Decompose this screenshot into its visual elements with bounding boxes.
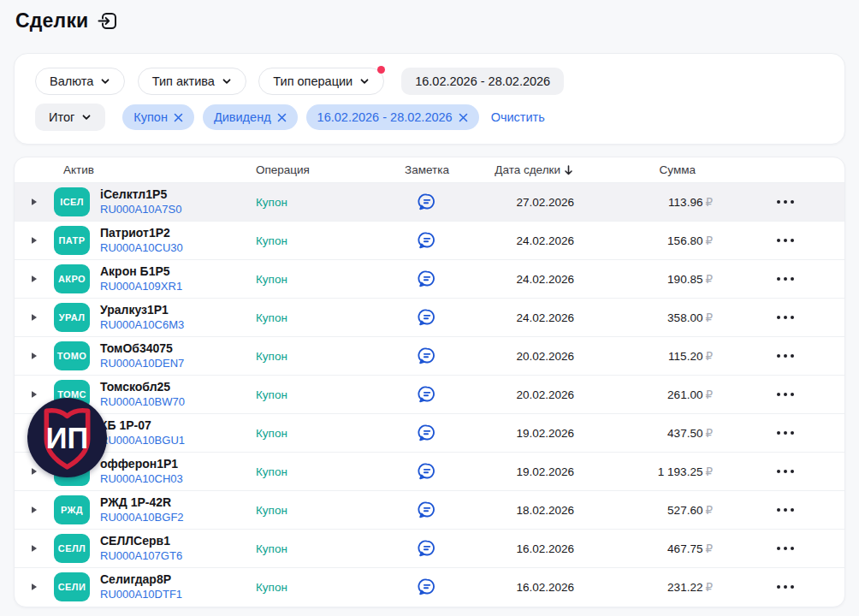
expand-chevron-icon[interactable] (32, 237, 37, 244)
asset-isin-link[interactable]: RU000A107GT6 (100, 549, 182, 563)
note-comment-icon[interactable] (418, 385, 436, 404)
remove-chip-icon[interactable] (459, 113, 468, 122)
column-header-date[interactable]: Дата сделки (495, 163, 589, 176)
note-cell[interactable] (418, 462, 436, 481)
asset-isin-link[interactable]: RU000A10BW70 (100, 395, 185, 409)
asset-cell[interactable]: ICEЛ iСелктл1Р5 RU000A10A7S0 (54, 187, 256, 217)
note-cell[interactable] (418, 578, 436, 596)
note-comment-icon[interactable] (418, 231, 436, 250)
table-row[interactable]: РЖД РЖД 1Р-42R RU000A10BGF2 Купон 18.02.… (15, 490, 844, 529)
asset-isin-link[interactable]: RU000A109XR1 (100, 280, 182, 293)
note-cell[interactable] (418, 424, 436, 442)
filter-dropdown-button[interactable]: Тип операции (258, 68, 384, 95)
expand-chevron-icon[interactable] (32, 583, 37, 590)
deal-amount: 113.96₽ (668, 195, 726, 209)
asset-isin-link[interactable]: RU000A10A7S0 (100, 203, 181, 216)
open-external-icon[interactable] (97, 9, 120, 33)
table-body: ICEЛ iСелктл1Р5 RU000A10A7S0 Купон 27.02… (15, 182, 844, 606)
chevron-down-icon (359, 76, 370, 86)
table-row[interactable]: ТОМО ТомОб34075 RU000A10DEN7 Купон 20.02… (15, 336, 844, 375)
note-cell[interactable] (418, 346, 436, 365)
note-comment-icon[interactable] (418, 500, 436, 519)
table-row[interactable]: УРАЛ Уралкуз1Р1 RU000A10C6M3 Купон 24.02… (15, 298, 844, 336)
note-cell[interactable] (418, 500, 436, 519)
remove-chip-icon[interactable] (277, 113, 287, 122)
row-menu-button[interactable] (775, 311, 796, 324)
clear-filters-link[interactable]: Очистить (491, 110, 545, 124)
asset-isin-link[interactable]: RU000A10BGU1 (100, 434, 185, 447)
expand-chevron-icon[interactable] (32, 314, 37, 321)
row-menu-button[interactable] (775, 503, 796, 517)
asset-text: Патриот1Р2 RU000A10CU30 (100, 226, 183, 256)
note-comment-icon[interactable] (418, 462, 436, 481)
asset-cell[interactable]: АКРО Акрон Б1Р5 RU000A109XR1 (54, 264, 256, 294)
filter-chip[interactable]: 16.02.2026 - 28.02.2026 (306, 104, 479, 130)
asset-cell[interactable]: СЕЛИ Селигдар8Р RU000A10DTF1 (54, 572, 256, 602)
filter-dropdown-button[interactable]: Тип актива (138, 68, 246, 95)
filters-row-primary: Валюта Тип актива Тип операции 16.02.202… (35, 68, 844, 95)
total-dropdown-button[interactable]: Итог (35, 104, 105, 131)
asset-cell[interactable]: ТОМО ТомОб34075 RU000A10DEN7 (54, 341, 256, 371)
asset-text: Томскобл25 RU000A10BW70 (100, 380, 185, 410)
asset-isin-link[interactable]: RU000A10CU30 (100, 241, 183, 255)
expand-chevron-icon[interactable] (32, 545, 37, 552)
deal-date: 19.02.2026 (516, 427, 589, 440)
expand-chevron-icon[interactable] (32, 391, 37, 398)
expand-chevron-icon[interactable] (32, 198, 37, 205)
asset-cell[interactable]: УРАЛ Уралкуз1Р1 RU000A10C6M3 (54, 303, 256, 333)
note-cell[interactable] (418, 308, 436, 327)
expand-chevron-icon[interactable] (32, 506, 37, 513)
row-menu-button[interactable] (775, 465, 796, 478)
deal-date: 19.02.2026 (516, 465, 589, 478)
row-menu-button[interactable] (775, 349, 796, 363)
table-row[interactable]: СЕЛЛ СЕЛЛСерв1 RU000A107GT6 Купон 16.02.… (15, 529, 844, 567)
note-comment-icon[interactable] (418, 346, 436, 365)
note-cell[interactable] (418, 539, 436, 558)
asset-isin-link[interactable]: RU000A10DTF1 (100, 588, 182, 601)
row-menu-button[interactable] (775, 542, 796, 555)
note-cell[interactable] (418, 231, 436, 250)
operation-type: Купон (256, 504, 367, 517)
currency-symbol: ₽ (705, 196, 713, 209)
note-cell[interactable] (418, 385, 436, 404)
note-comment-icon[interactable] (418, 539, 436, 558)
asset-cell[interactable]: ПАТР Патриот1Р2 RU000A10CU30 (54, 226, 256, 256)
remove-chip-icon[interactable] (174, 113, 183, 122)
row-menu-button[interactable] (775, 195, 796, 209)
date-range-button[interactable]: 16.02.2026 - 28.02.2026 (401, 68, 564, 95)
expand-chevron-icon[interactable] (32, 275, 37, 282)
asset-isin-link[interactable]: RU000A10BGF2 (100, 511, 184, 524)
note-comment-icon[interactable] (418, 308, 436, 327)
note-comment-icon[interactable] (418, 192, 436, 211)
asset-isin-link[interactable]: RU000A10C6M3 (100, 318, 184, 332)
row-menu-button[interactable] (775, 234, 796, 247)
row-menu-button[interactable] (775, 580, 796, 594)
deal-date: 16.02.2026 (516, 581, 589, 594)
table-row[interactable]: ТОМС Томскобл25 RU000A10BW70 Купон 20.02… (15, 375, 844, 413)
filter-chip[interactable]: Дивиденд (203, 104, 298, 130)
asset-name: КБ 1Р-07 (100, 418, 185, 434)
row-menu-button[interactable] (775, 426, 796, 440)
table-row[interactable]: АКРО Акрон Б1Р5 RU000A109XR1 Купон 24.02… (15, 259, 844, 298)
table-row[interactable]: ПАТР Патриот1Р2 RU000A10CU30 Купон 24.02… (15, 221, 844, 259)
row-menu-button[interactable] (775, 272, 796, 286)
row-menu-button[interactable] (775, 388, 796, 401)
filter-dropdown-button[interactable]: Валюта (35, 68, 125, 95)
column-header-asset: Актив (54, 163, 256, 176)
note-comment-icon[interactable] (418, 270, 436, 288)
note-cell[interactable] (418, 270, 436, 288)
asset-isin-link[interactable]: RU000A10DEN7 (100, 357, 184, 370)
table-row[interactable]: офферон1Р1 RU000A10CH03 Купон 19.02.2026… (15, 452, 844, 490)
note-cell[interactable] (418, 192, 436, 211)
note-comment-icon[interactable] (418, 424, 436, 442)
asset-cell[interactable]: СЕЛЛ СЕЛЛСерв1 RU000A107GT6 (54, 534, 256, 564)
filter-chip[interactable]: Купон (122, 104, 194, 130)
deal-date: 27.02.2026 (516, 196, 589, 209)
expand-chevron-icon[interactable] (32, 352, 37, 359)
table-row[interactable]: ICEЛ iСелктл1Р5 RU000A10A7S0 Купон 27.02… (15, 182, 844, 221)
asset-cell[interactable]: РЖД РЖД 1Р-42R RU000A10BGF2 (54, 495, 256, 525)
asset-isin-link[interactable]: RU000A10CH03 (100, 472, 183, 486)
table-row[interactable]: КБ 1Р-07 RU000A10BGU1 Купон 19.02.2026 4… (15, 413, 844, 452)
table-row[interactable]: СЕЛИ Селигдар8Р RU000A10DTF1 Купон 16.02… (15, 567, 844, 606)
note-comment-icon[interactable] (418, 578, 436, 596)
